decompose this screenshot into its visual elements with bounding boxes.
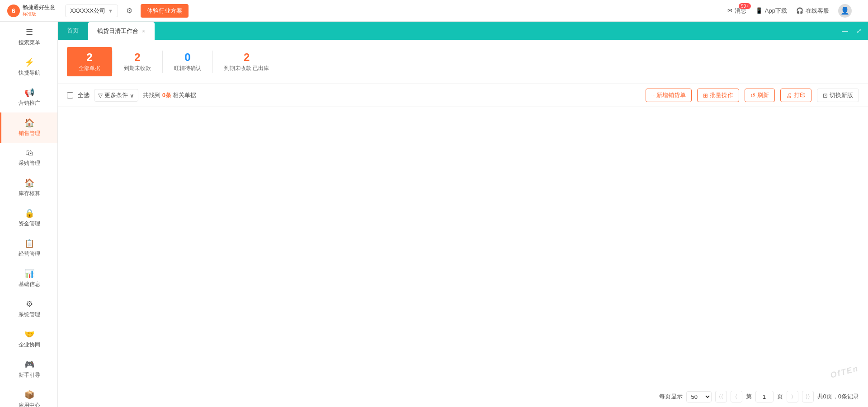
stat-label-all: 全部单据 bbox=[79, 65, 100, 72]
sales-icon: 🏠 bbox=[24, 118, 34, 128]
sidebar-label-system: 系统管理 bbox=[19, 311, 40, 318]
sidebar-label-cooperation: 企业协同 bbox=[19, 341, 40, 349]
message-badge: 99+ bbox=[739, 3, 751, 9]
sidebar-item-operations[interactable]: 📋 经营管理 bbox=[0, 233, 57, 263]
sidebar-label-purchase: 采购管理 bbox=[19, 159, 40, 167]
filter-chevron-icon: ∨ bbox=[130, 92, 134, 99]
sidebar-item-guide[interactable]: 🎮 新手引导 bbox=[0, 354, 57, 384]
tab-home[interactable]: 首页 bbox=[58, 22, 88, 40]
found-suffix: 相关单据 bbox=[173, 92, 196, 98]
app-download-button[interactable]: 📱 App下载 bbox=[755, 7, 787, 15]
batch-icon: ⊞ bbox=[703, 92, 708, 99]
switch-version-button[interactable]: ⊡ 切换新版 bbox=[817, 89, 859, 102]
page-suffix: 页 bbox=[777, 393, 783, 401]
pagination-bar: 每页显示 20 50 100 ⟨⟨ ⟨ 第 页 ⟩ ⟩⟩ 共0页，0条记录 bbox=[58, 386, 868, 407]
sidebar-item-purchase[interactable]: 🛍 采购管理 bbox=[0, 143, 57, 173]
next-page-button[interactable]: ⟩ bbox=[787, 391, 798, 402]
app-name: 畅捷通好生意 bbox=[23, 4, 55, 11]
sidebar-item-inventory[interactable]: 🏠 库存核算 bbox=[0, 173, 57, 203]
refresh-label: 刷新 bbox=[757, 91, 769, 99]
stat-number-all: 2 bbox=[86, 51, 92, 64]
app-badge: 标准版 bbox=[23, 11, 55, 17]
apps-icon: 📦 bbox=[24, 390, 34, 400]
refresh-button[interactable]: ↺ 刷新 bbox=[745, 89, 775, 102]
print-button[interactable]: 🖨 打印 bbox=[780, 89, 811, 102]
select-all-checkbox[interactable] bbox=[67, 92, 73, 98]
sidebar-item-system[interactable]: ⚙ 系统管理 bbox=[0, 294, 57, 324]
sidebar-item-finance[interactable]: 🔒 资金管理 bbox=[0, 203, 57, 233]
stats-bar: 2 全部单据 2 到期未收款 0 旺辅待确认 2 到期未收款 已出库 bbox=[58, 40, 868, 84]
first-page-button[interactable]: ⟨⟨ bbox=[715, 391, 727, 402]
sidebar-item-sales[interactable]: 🏠 销售管理 bbox=[0, 112, 57, 143]
stat-card-all[interactable]: 2 全部单据 bbox=[67, 47, 112, 76]
found-text: 共找到 0条 相关单据 bbox=[143, 91, 196, 99]
batch-label: 批量操作 bbox=[710, 91, 733, 99]
stat-number-out: 2 bbox=[244, 51, 250, 64]
add-sales-order-button[interactable]: + 新增销货单 bbox=[646, 89, 692, 102]
logo-text-block: 畅捷通好生意 标准版 bbox=[23, 4, 55, 18]
stat-card-out[interactable]: 2 到期未收款 已出库 bbox=[213, 47, 280, 76]
online-service-label: 在线客服 bbox=[806, 7, 829, 15]
message-icon: ✉ bbox=[727, 7, 732, 14]
sidebar-item-cooperation[interactable]: 🤝 企业协同 bbox=[0, 324, 57, 354]
company-selector[interactable]: XXXXXX公司 ▼ bbox=[65, 5, 118, 17]
sidebar-item-quick-nav[interactable]: ⚡ 快捷导航 bbox=[0, 52, 57, 82]
inventory-icon: 🏠 bbox=[24, 178, 34, 188]
tab-close-icon[interactable]: × bbox=[142, 28, 145, 34]
current-page-input[interactable] bbox=[755, 391, 774, 402]
per-page-select[interactable]: 20 50 100 bbox=[686, 391, 712, 402]
operations-icon: 📋 bbox=[24, 239, 34, 248]
tab-actions: — ⤢ bbox=[840, 25, 868, 36]
guide-icon: 🎮 bbox=[24, 360, 34, 370]
sidebar-item-apps[interactable]: 📦 应用中心 bbox=[0, 384, 57, 407]
sidebar-label-apps: 应用中心 bbox=[19, 402, 40, 407]
online-service-button[interactable]: 🎧 在线客服 bbox=[796, 7, 829, 15]
search-menu-icon: ☰ bbox=[26, 27, 33, 37]
settings-button[interactable]: ⚙ bbox=[123, 4, 136, 18]
refresh-icon: ↺ bbox=[750, 92, 755, 99]
logo-icon: 6 bbox=[7, 5, 20, 17]
finance-icon: 🔒 bbox=[24, 208, 34, 218]
select-all-label: 全选 bbox=[78, 91, 90, 99]
cooperation-icon: 🤝 bbox=[24, 329, 34, 339]
company-chevron-icon: ▼ bbox=[108, 8, 113, 14]
sidebar-label-inventory: 库存核算 bbox=[19, 190, 40, 197]
batch-operation-button[interactable]: ⊞ 批量操作 bbox=[697, 89, 739, 102]
stat-label-out: 到期未收款 已出库 bbox=[224, 65, 269, 72]
sidebar-label-operations: 经营管理 bbox=[19, 250, 40, 258]
company-name: XXXXXX公司 bbox=[70, 7, 105, 15]
tab-active[interactable]: 钱货日清工作台 × bbox=[88, 22, 155, 40]
print-label: 打印 bbox=[794, 91, 806, 99]
stat-label-pending: 旺辅待确认 bbox=[174, 65, 201, 72]
stat-card-overdue[interactable]: 2 到期未收款 bbox=[113, 47, 162, 76]
purchase-icon: 🛍 bbox=[25, 148, 33, 158]
found-prefix: 共找到 bbox=[143, 92, 160, 98]
tab-maximize-button[interactable]: ⤢ bbox=[854, 25, 863, 36]
main-table-area: OfTEn bbox=[58, 107, 868, 386]
sidebar-item-search-menu[interactable]: ☰ 搜索菜单 bbox=[0, 22, 57, 52]
sidebar-label-marketing: 营销推广 bbox=[19, 99, 40, 107]
tab-active-label: 钱货日清工作台 bbox=[97, 27, 138, 35]
stat-card-pending[interactable]: 0 旺辅待确认 bbox=[163, 47, 212, 76]
filter-button[interactable]: ▽ 更多条件 ∨ bbox=[94, 89, 138, 102]
toolbar: 全选 ▽ 更多条件 ∨ 共找到 0条 相关单据 + 新增销货单 ⊞ 批量操作 bbox=[58, 84, 868, 107]
system-icon: ⚙ bbox=[26, 299, 33, 309]
tab-minimize-button[interactable]: — bbox=[840, 25, 850, 36]
sidebar-item-basics[interactable]: 📊 基础信息 bbox=[0, 263, 57, 294]
filter-label: 更多条件 bbox=[104, 91, 128, 99]
experience-button[interactable]: 体验行业方案 bbox=[141, 4, 189, 18]
headset-icon: 🎧 bbox=[796, 7, 803, 14]
tab-home-label: 首页 bbox=[67, 27, 79, 35]
sidebar-label-guide: 新手引导 bbox=[19, 371, 40, 379]
avatar[interactable]: 👤 bbox=[838, 4, 852, 18]
switch-label: 切换新版 bbox=[830, 91, 853, 99]
page-total: 共0页，0条记录 bbox=[817, 393, 859, 401]
sidebar-item-marketing[interactable]: 📢 营销推广 bbox=[0, 82, 57, 112]
sidebar-label-basics: 基础信息 bbox=[19, 281, 40, 288]
last-page-button[interactable]: ⟩⟩ bbox=[802, 391, 814, 402]
prev-page-button[interactable]: ⟨ bbox=[731, 391, 742, 402]
per-page-label: 每页显示 bbox=[659, 393, 683, 401]
message-button[interactable]: ✉ 消息 99+ bbox=[727, 7, 746, 15]
stat-number-pending: 0 bbox=[184, 51, 190, 64]
marketing-icon: 📢 bbox=[24, 88, 34, 98]
